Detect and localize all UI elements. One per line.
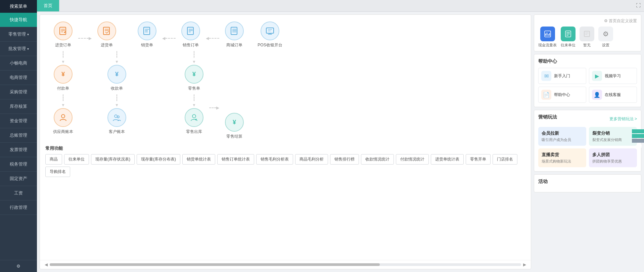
sidebar-item-ledger[interactable]: 总账管理	[0, 128, 37, 143]
supplier-icon	[54, 108, 73, 127]
marketing-card-fission[interactable]: 裂变分销 裂变式发展分销商	[589, 127, 637, 146]
flow-col-mo: 商城订单	[219, 21, 249, 48]
sidebar-item-tax[interactable]: 税务管理	[0, 157, 37, 172]
qni-settings[interactable]: ⚙ 设置	[598, 27, 613, 48]
flow-area: 进货订单 ▶	[40, 15, 531, 143]
marketing-more-link[interactable]: 更多营销玩法 >	[609, 116, 637, 122]
func-btn-guide-rank[interactable]: 导购排名	[45, 167, 70, 177]
help-video-label: 视频学习	[605, 73, 621, 79]
func-btn-receipt-stat[interactable]: 收款情况统计	[361, 154, 394, 165]
quick-nav-header: ⚙ 首页自定义设置 现金流量表	[534, 14, 641, 51]
sidebar-search[interactable]: 搜索菜单	[0, 0, 37, 13]
flow-col-so: 销售订单	[176, 21, 206, 48]
customer-icon	[107, 108, 126, 127]
common-functions: 常用功能 商品 往来单位 现存量(库存状况表) 现存量(库存分布表) 销货单统计…	[40, 143, 531, 260]
scroll-track[interactable]	[50, 263, 521, 266]
tab-expand-icon[interactable]: ⛶	[633, 0, 644, 11]
qni-units-label: 往来单位	[561, 43, 576, 48]
help-item-service[interactable]: 👤 在线客服	[589, 87, 637, 103]
gear-icon: ⚙	[16, 264, 20, 269]
flow-node-pos[interactable]: POS收银开台	[255, 21, 285, 48]
content-split: 进货订单 ▶	[37, 12, 644, 272]
sidebar-item-retail[interactable]: 零售管理 ▾	[0, 27, 37, 42]
sidebar-item-admin[interactable]: 行政管理	[0, 200, 37, 215]
flow-node-purchase-order[interactable]: 进货订单	[48, 21, 78, 48]
flow-col-pv: ▼ ¥ 付款单	[48, 49, 78, 91]
sidebar-item-quick-nav[interactable]: 快捷导航	[0, 13, 37, 27]
func-btn-retail-order[interactable]: 零售开单	[466, 154, 491, 165]
svg-point-24	[61, 115, 65, 118]
func-btn-sales-stat[interactable]: 销货单统计表	[182, 154, 215, 165]
float-btn-service[interactable]: 客服热线	[632, 129, 644, 133]
func-btn-units[interactable]: 往来单位	[64, 154, 89, 165]
sidebar-item-invoice[interactable]: 发票管理	[0, 143, 37, 157]
flow-col-sr: 销货单	[132, 21, 162, 48]
flow-node-purchase-receipt[interactable]: 进货单	[92, 21, 122, 48]
mc-member-sub: 吸引用户成为会员	[542, 137, 583, 142]
qni-units[interactable]: 往来单位	[561, 27, 576, 48]
float-btn-shortcut[interactable]: 桌面快捷	[632, 139, 644, 143]
sidebar-item-payroll[interactable]: 工资	[0, 186, 37, 200]
sidebar-item-assets[interactable]: 固定资产	[0, 172, 37, 186]
sidebar-item-inventory[interactable]: 库存核算	[0, 99, 37, 114]
flow-col-po: 进货订单	[48, 21, 78, 48]
sidebar-item-purchase[interactable]: 采购管理	[0, 85, 37, 99]
flow-node-supplier[interactable]: 供应商账本	[48, 108, 78, 135]
help-service-label: 在线客服	[605, 92, 621, 98]
func-btn-order-stat[interactable]: 销售订单统计表	[217, 154, 254, 165]
marketing-card-live[interactable]: 直播卖货 场景式购物新玩法	[538, 148, 586, 167]
beginner-icon: ✉	[541, 71, 551, 81]
qni-none[interactable]: 暂无	[580, 27, 594, 48]
flow-node-mall-order[interactable]: 商城订单	[219, 21, 249, 48]
flow-node-retail-out[interactable]: 零售出库	[179, 108, 209, 135]
sidebar-item-ecommerce[interactable]: 小畅电商	[0, 56, 37, 71]
horizontal-scrollbar: ◀ ▶	[40, 260, 531, 269]
flow-node-receipt[interactable]: ¥ 收款单	[102, 65, 132, 91]
func-btn-purchase-stat[interactable]: 进货单统计表	[431, 154, 464, 165]
func-grid: 商品 往来单位 现存量(库存状况表) 现存量(库存分布表) 销货单统计表 销售订…	[45, 154, 525, 177]
func-btn-goods-profit[interactable]: 商品毛利分析	[295, 154, 328, 165]
sales-order-icon	[181, 21, 200, 40]
svg-rect-19	[266, 28, 274, 33]
purchase-order-icon	[54, 21, 73, 40]
func-btn-store-rank[interactable]: 门店排名	[493, 154, 517, 165]
marketing-card-member[interactable]: 会员拉新 吸引用户成为会员	[538, 127, 586, 146]
func-btn-sales-profit[interactable]: 销售毛利分析表	[256, 154, 293, 165]
sales-receipt-icon	[138, 21, 156, 40]
qni-settings-label: 设置	[602, 43, 609, 48]
func-btn-sales-rank[interactable]: 销售排行榜	[330, 154, 359, 165]
purchase-receipt-icon	[97, 21, 116, 40]
svg-point-26	[117, 116, 119, 118]
retail-single-icon: ¥	[185, 65, 203, 84]
marketing: 营销玩法 更多营销玩法 > 会员拉新 吸引用户成为会员 裂变分销 裂变式发展分销…	[534, 110, 641, 172]
flow-node-sales-receipt[interactable]: 销货单	[132, 21, 162, 48]
svg-rect-7	[144, 27, 150, 35]
help-item-video[interactable]: ▶ 视频学习	[589, 68, 637, 84]
flow-node-retail-single[interactable]: ¥ 零售单	[179, 65, 209, 91]
marketing-card-group[interactable]: 多人拼团 拼团购物享受优惠	[589, 148, 637, 167]
help-item-help[interactable]: 📄 帮助中心	[538, 87, 586, 103]
help-item-beginner[interactable]: ✉ 新手入门	[538, 68, 586, 84]
customize-link[interactable]: ⚙ 首页自定义设置	[538, 18, 637, 24]
sidebar-item-finance[interactable]: 资金管理	[0, 114, 37, 128]
sidebar-item-wholesale[interactable]: 批发管理 ▾	[0, 42, 37, 56]
help-center-title: 帮助中心	[538, 58, 637, 64]
flow-col-ca: ▼ 客户账本	[102, 93, 132, 135]
tab-home[interactable]: 首页	[37, 0, 59, 11]
sidebar: 搜索菜单 快捷导航 零售管理 ▾ 批发管理 ▾ 小畅电商 电商管理 采购管理 库…	[0, 0, 37, 272]
flow-node-retail-settle[interactable]: ¥ 零售结算	[219, 113, 249, 139]
func-btn-stock-status[interactable]: 现存量(库存状况表)	[91, 154, 135, 165]
sidebar-settings[interactable]: ⚙	[0, 260, 37, 272]
flow-node-customer[interactable]: 客户账本	[102, 108, 132, 135]
mc-member-title: 会员拉新	[542, 130, 583, 136]
flow-node-payment[interactable]: ¥ 付款单	[48, 65, 78, 91]
func-btn-goods[interactable]: 商品	[45, 154, 62, 165]
flow-node-sales-order[interactable]: 销售订单	[176, 21, 206, 48]
scroll-right-arrow[interactable]: ▶	[521, 262, 528, 268]
sidebar-item-ecom-manage[interactable]: 电商管理	[0, 71, 37, 85]
func-btn-stock-dist[interactable]: 现存量(库存分布表)	[137, 154, 180, 165]
func-btn-payment-stat[interactable]: 付款情况统计	[396, 154, 429, 165]
float-btn-community[interactable]: 服务社区	[632, 134, 644, 138]
qni-cashflow[interactable]: 现金流量表	[538, 27, 557, 48]
scroll-left-arrow[interactable]: ◀	[43, 262, 50, 268]
